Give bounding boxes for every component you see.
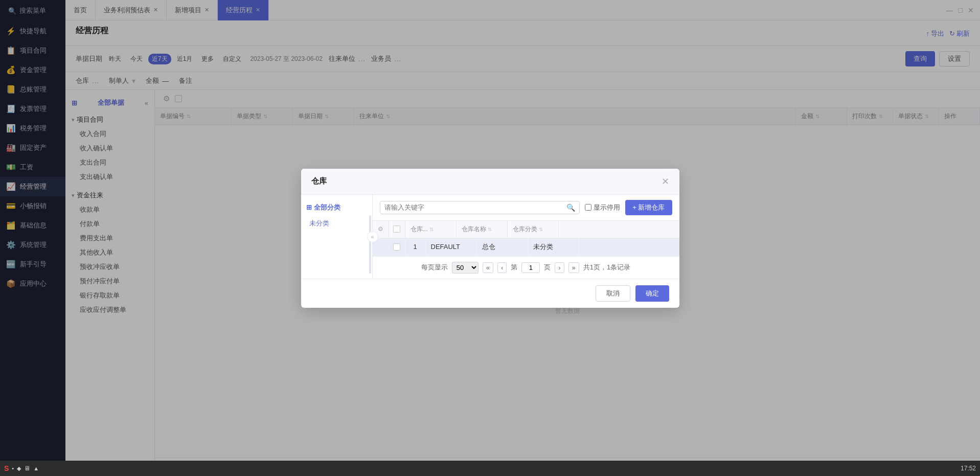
modal-confirm-btn[interactable]: 确定: [635, 285, 669, 302]
modal-left-panel: ⊞ 全部分类 未分类 «: [301, 195, 373, 279]
taskbar-dot2: ◆: [17, 465, 21, 472]
modal-overlay: 仓库 ✕ ⊞ 全部分类 未分类 «: [0, 0, 980, 476]
modal-left-scrollbar: [369, 215, 371, 274]
taskbar-icon-triangle[interactable]: ▲: [33, 465, 39, 471]
row-checkbox[interactable]: [393, 243, 400, 251]
name-sort-icon: ⇅: [488, 226, 492, 232]
modal-row-category: 未分类: [528, 238, 579, 256]
show-disabled-group: 显示停用: [585, 203, 620, 212]
modal-search-input[interactable]: [384, 203, 564, 211]
taskbar-dot1: •: [12, 465, 14, 471]
modal-footer: 取消 确定: [301, 279, 679, 308]
show-disabled-label: 显示停用: [594, 203, 620, 212]
modal-left-all-btn[interactable]: ⊞ 全部分类: [301, 200, 372, 215]
modal-pagination: 每页显示 50 100 « ‹ 第 页 › » 共1页，1条记录: [373, 256, 679, 279]
modal-search-icon: 🔍: [566, 203, 575, 212]
modal-per-page-label: 每页显示: [421, 263, 448, 272]
modal-search-box[interactable]: 🔍: [380, 201, 580, 214]
taskbar-start-icon[interactable]: S: [4, 464, 9, 472]
modal-left-item-uncategorized[interactable]: 未分类: [301, 215, 372, 232]
modal-page-suffix: 页: [544, 263, 551, 272]
modal-per-page-select[interactable]: 50 100: [452, 262, 478, 274]
modal-prev-page-btn[interactable]: ‹: [497, 262, 507, 273]
modal-page-input[interactable]: [521, 262, 540, 273]
modal-row-name: 总仓: [477, 238, 528, 256]
taskbar-time: 17:52: [961, 465, 976, 472]
modal-row-gear: [373, 243, 389, 251]
modal-next-page-btn[interactable]: ›: [555, 262, 564, 273]
modal-close-btn[interactable]: ✕: [662, 176, 669, 187]
modal-first-page-btn[interactable]: «: [483, 262, 493, 273]
taskbar: S • ◆ 🖥 ▲ 17:52: [0, 461, 980, 476]
modal-page-label: 第: [511, 263, 517, 272]
modal-th-category: 仓库分类 ⇅: [508, 221, 559, 238]
modal-table-row[interactable]: 1 DEFAULT 总仓 未分类: [373, 238, 679, 256]
show-disabled-checkbox[interactable]: [585, 204, 591, 211]
code-sort-icon: ⇅: [429, 226, 434, 232]
modal-left-toggle-btn[interactable]: «: [367, 231, 378, 242]
modal-toolbar: 🔍 显示停用 + 新增仓库: [373, 195, 679, 221]
warehouse-modal: 仓库 ✕ ⊞ 全部分类 未分类 «: [301, 169, 679, 308]
modal-body: ⊞ 全部分类 未分类 « 🔍: [301, 195, 679, 279]
add-warehouse-btn[interactable]: + 新增仓库: [625, 200, 672, 215]
modal-row-num: 1: [405, 239, 426, 255]
cat-sort-icon: ⇅: [539, 226, 543, 232]
modal-cancel-btn[interactable]: 取消: [596, 285, 630, 302]
modal-th-name: 仓库名称 ⇅: [457, 221, 508, 238]
modal-header: 仓库 ✕: [301, 169, 679, 195]
modal-total-info: 共1页，1条记录: [583, 263, 630, 272]
modal-right-panel: 🔍 显示停用 + 新增仓库 ⚙: [373, 195, 679, 279]
gear-header-icon[interactable]: ⚙: [378, 225, 383, 233]
modal-left-item-label: 未分类: [309, 219, 329, 227]
modal-th-code: 仓库... ⇅: [405, 221, 457, 238]
modal-th-check: [389, 221, 405, 238]
modal-row-check[interactable]: [389, 239, 405, 255]
modal-last-page-btn[interactable]: »: [568, 262, 579, 273]
modal-all-label: 全部分类: [314, 203, 340, 212]
grid-icon: ⊞: [306, 203, 312, 211]
modal-select-all-checkbox[interactable]: [393, 225, 400, 233]
taskbar-icon-screen[interactable]: 🖥: [24, 465, 30, 472]
modal-table: ⚙ 仓库... ⇅ 仓库名称 ⇅: [373, 221, 679, 256]
modal-table-header: ⚙ 仓库... ⇅ 仓库名称 ⇅: [373, 221, 679, 238]
modal-title: 仓库: [311, 176, 327, 186]
modal-row-code: DEFAULT: [426, 239, 477, 255]
